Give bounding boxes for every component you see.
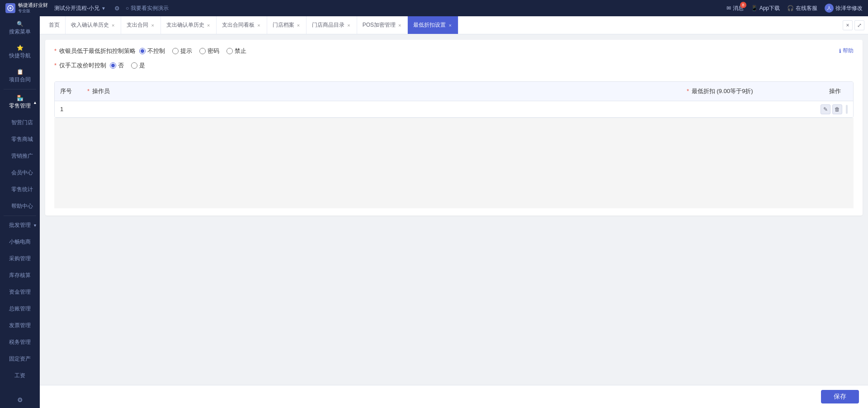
logo-text-area: 畅捷通好业财 专业版 [18,2,48,14]
sidebar-item-project-contract[interactable]: 📋 项目合同 [0,64,40,88]
user-area[interactable]: 人 徐泽华修改 [825,4,863,13]
form-section: * 收银员低于最低折扣控制策略 不控制 提示 [54,47,246,76]
delete-btn[interactable]: 🗑 [832,104,842,114]
sidebar-item-smart-store[interactable]: 智营门店 [0,114,40,131]
tab-close-btn[interactable]: × [843,20,853,30]
operator-input[interactable] [87,106,676,113]
sidebar-item-inventory[interactable]: 库存核算 [0,267,40,284]
sidebar-item-marketing[interactable]: 营销推广 [0,148,40,164]
app-download-action[interactable]: 📱 App下载 [751,5,780,12]
tab-bar-controls: × ⤢ [839,20,864,30]
tab-contract-board-close-icon[interactable]: × [256,22,261,28]
radio-no-control-label: 不控制 [147,47,165,55]
help-text: 帮助 [843,47,854,55]
tab-payment-confirm-close-icon[interactable]: × [206,22,211,28]
sidebar-label-retail-mall: 零售商城 [11,136,33,143]
tab-home[interactable]: 首页 [43,16,66,34]
sidebar-item-retail-mgmt[interactable]: 🏪 零售管理 ▲ [0,90,40,114]
sidebar-item-fixed-assets[interactable]: 固定资产 [0,351,40,367]
tab-pos-label: POS加密管理 [363,21,396,29]
tab-contract-board-label: 支出合同看板 [222,21,255,29]
sidebar-item-purchase-mgmt[interactable]: 采购管理 [0,250,40,267]
radio-forbid[interactable]: 禁止 [226,47,246,55]
sidebar-item-finance-mgmt[interactable]: 资金管理 [0,284,40,300]
manual-price-row: * 仅手工改价时控制 否 是 [54,61,246,70]
th-seq: 序号 [55,85,82,97]
tab-store-file[interactable]: 门店档案 × [267,16,307,34]
sidebar-label-smart-store: 智营门店 [11,119,33,127]
tab-income-confirm-history[interactable]: 收入确认单历史 × [66,16,121,34]
sidebar-item-quick-nav[interactable]: ⭐ 快捷导航 [0,40,40,64]
tab-pos-password-mgmt[interactable]: POS加密管理 × [357,16,408,34]
project-selector[interactable]: 测试分开流程-小兄 ▼ [52,4,108,13]
settings-icon[interactable]: ⚙ [112,3,122,13]
radio-prompt-input[interactable] [172,48,179,54]
sidebar-item-search-menu[interactable]: 🔍 搜索菜单 [0,16,40,40]
save-button[interactable]: 保存 [821,390,859,403]
edit-btn[interactable]: ✎ [821,104,830,114]
sidebar-label-payroll: 工资 [14,372,25,380]
row-action-btns: ✎ 🗑 [817,101,853,117]
sidebar-item-invoice-mgmt[interactable]: 发票管理 [0,317,40,334]
radio-manual-yes-input[interactable] [131,62,137,69]
sidebar-item-ledger-mgmt[interactable]: 总账管理 [0,300,40,317]
logo-name: 畅捷通好业财 [18,2,48,8]
table-body: 1 ✎ 🗑 [55,101,853,117]
sidebar-item-help-center[interactable]: 帮助中心 [0,198,40,215]
sidebar-label-invoice: 发票管理 [9,322,31,329]
sidebar-item-member-center[interactable]: 会员中心 [0,164,40,181]
sidebar-divider-1 [4,89,36,89]
radio-no-control-input[interactable] [139,48,146,54]
sidebar-item-retail-stats[interactable]: 零售统计 [0,181,40,198]
td-operator-1 [82,101,681,117]
sidebar-item-tax-mgmt[interactable]: 税务管理 [0,334,40,351]
radio-password[interactable]: 密码 [199,47,219,55]
project-name: 测试分开流程-小兄 [54,5,99,12]
tab-store-file-close-icon[interactable]: × [296,22,301,28]
tab-min-discount-setting[interactable]: 最低折扣设置 × [408,16,458,34]
radio-prompt[interactable]: 提示 [172,47,192,55]
tab-store-catalog-close-icon[interactable]: × [346,22,351,28]
sidebar-item-batch-mgmt[interactable]: 批发管理 ▼ [0,217,40,234]
table-header: 序号 * 操作员 * 最低折扣 (9.00等于9折) 操作 [55,82,853,101]
radio-forbid-input[interactable] [226,48,233,54]
settings-gear-icon: ⚙ [17,396,23,403]
tab-store-file-label: 门店档案 [273,21,294,29]
message-action[interactable]: ✉ 消息 8 [726,5,744,12]
radio-password-input[interactable] [199,48,206,54]
header-right: ✉ 消息 8 📱 App下载 🎧 在线客服 人 徐泽华修改 [726,4,863,13]
tab-payment-confirm-history[interactable]: 支出确认单历史 × [161,16,217,34]
online-service-action[interactable]: 🎧 在线客服 [787,5,817,12]
sidebar-label-marketing: 营销推广 [11,152,33,160]
sidebar-label-search: 搜索菜单 [9,28,31,36]
radio-manual-no[interactable]: 否 [110,61,124,70]
tab-expand-btn[interactable]: ⤢ [854,20,864,30]
tab-payment-contract-board[interactable]: 支出合同看板 × [217,16,267,34]
tab-store-product-catalog[interactable]: 门店商品目录 × [307,16,357,34]
min-discount-input[interactable] [687,106,811,113]
radio-no-control[interactable]: 不控制 [139,47,165,55]
settings-card: * 收银员低于最低折扣控制策略 不控制 提示 [45,40,863,216]
table-row: 1 ✎ 🗑 [55,101,853,117]
help-link[interactable]: ℹ 帮助 [839,47,854,55]
tab-payment-contract-close-icon[interactable]: × [150,22,155,28]
radio-manual-no-label: 否 [118,61,124,70]
radio-manual-yes[interactable]: 是 [131,61,145,70]
tab-min-discount-close-icon[interactable]: × [448,22,452,28]
tab-payment-contract[interactable]: 支出合同 × [121,16,160,34]
sidebar-item-payroll[interactable]: 工资 [0,367,40,384]
radio-manual-no-input[interactable] [110,62,116,69]
tab-pos-close-icon[interactable]: × [397,22,402,28]
sidebar-item-retail-mall[interactable]: 零售商城 [0,131,40,148]
message-icon: ✉ [726,5,731,11]
discount-policy-radio-group: 不控制 提示 密码 [139,47,246,55]
sidebar-item-ecommerce[interactable]: 小畅电商 [0,234,40,250]
th-action: 操作 [817,85,853,97]
tab-payment-confirm-label: 支出确认单历史 [166,21,204,29]
required-star-2: * [54,62,57,69]
tab-income-close-icon[interactable]: × [111,22,115,28]
sidebar-settings-btn[interactable]: ⚙ [0,392,40,408]
sidebar-label-finance: 资金管理 [9,288,31,296]
demo-link[interactable]: ○ 我要看实例演示 [126,5,169,12]
user-name: 徐泽华修改 [835,5,863,12]
